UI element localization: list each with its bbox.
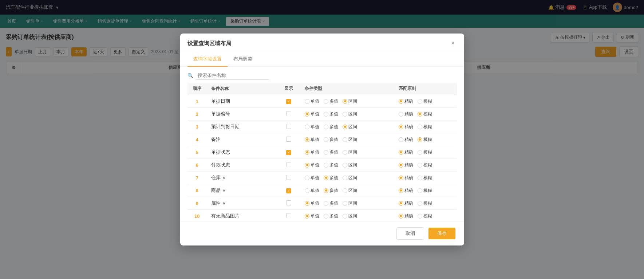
type-radio-多值[interactable]: 多值 bbox=[324, 200, 338, 207]
match-radio-模糊[interactable]: 模糊 bbox=[418, 98, 432, 105]
row-match[interactable]: 精确模糊 bbox=[394, 210, 457, 221]
type-radio-多值[interactable]: 多值 bbox=[324, 175, 338, 181]
row-display[interactable]: ✓ bbox=[277, 95, 300, 108]
match-radio-模糊[interactable]: 模糊 bbox=[418, 137, 432, 143]
display-checkbox[interactable] bbox=[286, 200, 291, 205]
row-type[interactable]: 单值多值区间 bbox=[300, 108, 394, 121]
match-radio-模糊[interactable]: 模糊 bbox=[418, 200, 432, 207]
row-match[interactable]: 精确模糊 bbox=[394, 172, 457, 184]
type-radio-多值[interactable]: 多值 bbox=[324, 162, 338, 168]
type-radio-多值[interactable]: 多值 bbox=[324, 149, 338, 156]
row-match[interactable]: 精确模糊 bbox=[394, 121, 457, 133]
row-display[interactable]: ✓ bbox=[277, 146, 300, 159]
type-radio-单值[interactable]: 单值 bbox=[305, 200, 319, 207]
row-match[interactable]: 精确模糊 bbox=[394, 133, 457, 146]
dialog-close-btn[interactable]: × bbox=[449, 39, 457, 47]
display-checkbox[interactable] bbox=[286, 111, 291, 116]
type-radio-多值[interactable]: 多值 bbox=[324, 188, 338, 194]
row-display[interactable] bbox=[277, 121, 300, 133]
row-type[interactable]: 单值多值区间 bbox=[300, 210, 394, 221]
type-radio-单值[interactable]: 单值 bbox=[305, 124, 319, 130]
match-radio-精确[interactable]: 精确 bbox=[399, 98, 413, 105]
search-input[interactable] bbox=[196, 71, 269, 80]
row-type[interactable]: 单值多值区间 bbox=[300, 197, 394, 210]
match-radio-模糊[interactable]: 模糊 bbox=[418, 188, 432, 194]
row-match[interactable]: 精确模糊 bbox=[394, 159, 457, 172]
match-radio-精确[interactable]: 精确 bbox=[399, 124, 413, 130]
row-type[interactable]: 单值多值区间 bbox=[300, 146, 394, 159]
radio-circle bbox=[305, 125, 309, 129]
type-radio-多值[interactable]: 多值 bbox=[324, 137, 338, 143]
match-radio-精确[interactable]: 精确 bbox=[399, 175, 413, 181]
type-radio-区间[interactable]: 区间 bbox=[343, 98, 357, 105]
row-type[interactable]: 单值多值区间 bbox=[300, 121, 394, 133]
match-radio-精确[interactable]: 精确 bbox=[399, 137, 413, 143]
row-match[interactable]: 精确模糊 bbox=[394, 95, 457, 108]
dialog-tab-fields[interactable]: 查询字段设置 bbox=[187, 52, 228, 67]
row-match[interactable]: 精确模糊 bbox=[394, 197, 457, 210]
row-display[interactable] bbox=[277, 133, 300, 146]
cancel-button[interactable]: 取消 bbox=[396, 227, 424, 240]
save-button[interactable]: 保存 bbox=[428, 228, 455, 239]
row-match[interactable]: 精确模糊 bbox=[394, 108, 457, 121]
type-radio-区间[interactable]: 区间 bbox=[343, 149, 357, 156]
match-radio-精确[interactable]: 精确 bbox=[399, 200, 413, 207]
type-radio-单值[interactable]: 单值 bbox=[305, 111, 319, 117]
type-radio-区间[interactable]: 区间 bbox=[343, 200, 357, 207]
row-type[interactable]: 单值多值区间 bbox=[300, 184, 394, 197]
type-radio-区间[interactable]: 区间 bbox=[343, 124, 357, 130]
dialog-tab-layout[interactable]: 布局调整 bbox=[228, 52, 258, 67]
row-type[interactable]: 单值多值区间 bbox=[300, 172, 394, 184]
row-display[interactable] bbox=[277, 197, 300, 210]
display-checkbox[interactable] bbox=[286, 137, 291, 142]
display-checkbox[interactable] bbox=[286, 175, 291, 180]
type-radio-单值[interactable]: 单值 bbox=[305, 149, 319, 156]
row-match[interactable]: 精确模糊 bbox=[394, 146, 457, 159]
match-radio-模糊[interactable]: 模糊 bbox=[418, 149, 432, 156]
row-type[interactable]: 单值多值区间 bbox=[300, 159, 394, 172]
row-display[interactable] bbox=[277, 159, 300, 172]
type-radio-单值[interactable]: 单值 bbox=[305, 98, 319, 105]
match-radio-精确[interactable]: 精确 bbox=[399, 111, 413, 117]
match-radio-模糊[interactable]: 模糊 bbox=[418, 175, 432, 181]
type-radio-单值[interactable]: 单值 bbox=[305, 137, 319, 143]
col-header-display: 显示 bbox=[277, 83, 300, 95]
type-radio-区间[interactable]: 区间 bbox=[343, 111, 357, 117]
row-display[interactable]: ✓ bbox=[277, 184, 300, 197]
type-radio-区间[interactable]: 区间 bbox=[343, 175, 357, 181]
match-radio-精确[interactable]: 精确 bbox=[399, 162, 413, 168]
match-radio-模糊[interactable]: 模糊 bbox=[418, 213, 432, 219]
match-radio-模糊[interactable]: 模糊 bbox=[418, 162, 432, 168]
type-radio-多值[interactable]: 多值 bbox=[324, 111, 338, 117]
match-radio-模糊[interactable]: 模糊 bbox=[418, 111, 432, 117]
display-checkbox[interactable] bbox=[286, 124, 291, 129]
display-checkbox[interactable]: ✓ bbox=[286, 150, 291, 155]
type-radio-多值[interactable]: 多值 bbox=[324, 98, 338, 105]
type-radio-多值[interactable]: 多值 bbox=[324, 124, 338, 130]
display-checkbox[interactable]: ✓ bbox=[286, 99, 291, 104]
display-checkbox[interactable] bbox=[286, 162, 291, 167]
display-checkbox[interactable]: ✓ bbox=[286, 188, 291, 193]
type-radio-区间[interactable]: 区间 bbox=[343, 137, 357, 143]
row-type[interactable]: 单值多值区间 bbox=[300, 133, 394, 146]
row-display[interactable] bbox=[277, 210, 300, 221]
radio-circle bbox=[343, 214, 347, 219]
match-radio-精确[interactable]: 精确 bbox=[399, 213, 413, 219]
type-radio-多值[interactable]: 多值 bbox=[324, 213, 338, 219]
row-match[interactable]: 精确模糊 bbox=[394, 184, 457, 197]
type-radio-区间[interactable]: 区间 bbox=[343, 162, 357, 168]
match-radio-精确[interactable]: 精确 bbox=[399, 149, 413, 156]
row-type[interactable]: 单值多值区间 bbox=[300, 95, 394, 108]
type-radio-单值[interactable]: 单值 bbox=[305, 213, 319, 219]
display-checkbox[interactable] bbox=[286, 213, 291, 218]
match-radio-精确[interactable]: 精确 bbox=[399, 188, 413, 194]
type-radio-单值[interactable]: 单值 bbox=[305, 175, 319, 181]
match-radio-模糊[interactable]: 模糊 bbox=[418, 124, 432, 130]
row-display[interactable] bbox=[277, 172, 300, 184]
type-radio-区间[interactable]: 区间 bbox=[343, 188, 357, 194]
type-radio-单值[interactable]: 单值 bbox=[305, 188, 319, 194]
radio-circle bbox=[343, 188, 347, 193]
row-display[interactable] bbox=[277, 108, 300, 121]
type-radio-单值[interactable]: 单值 bbox=[305, 162, 319, 168]
type-radio-区间[interactable]: 区间 bbox=[343, 213, 357, 219]
